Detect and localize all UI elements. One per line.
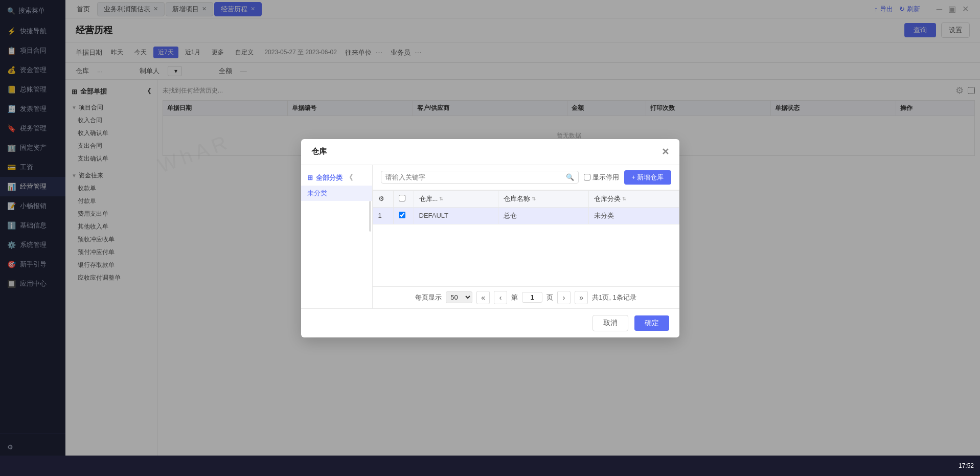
modal-pagination: 每页显示 50 100 « ‹ 第 页 › » 共1页, 1条记录 <box>373 286 679 308</box>
confirm-button[interactable]: 确定 <box>634 315 669 331</box>
sidebar-scrollbar <box>369 201 371 232</box>
modal-table-area: ⚙ 仓库... ⇅ <box>373 190 679 286</box>
row-checkbox[interactable] <box>393 207 414 224</box>
prev-page-btn2[interactable]: ‹ <box>494 291 507 304</box>
modal-sidebar-uncategorized[interactable]: 未分类 <box>301 186 372 201</box>
table-row[interactable]: 1 DEFAULT 总仓 未分类 <box>373 207 679 224</box>
modal-sidebar-collapse-btn[interactable]: 《 <box>346 173 353 183</box>
row-code: DEFAULT <box>414 207 498 224</box>
last-page-btn[interactable]: » <box>575 291 588 304</box>
modal-sidebar-header[interactable]: ⊞ 全部分类 《 <box>301 170 372 186</box>
col-settings-icon[interactable]: ⚙ <box>378 195 384 202</box>
row-num: 1 <box>373 207 393 224</box>
first-page-btn[interactable]: « <box>476 291 490 304</box>
row-name: 总仓 <box>498 207 588 224</box>
show-disabled-label[interactable]: 显示停用 <box>584 173 619 182</box>
modal-header: 仓库 ✕ <box>301 139 679 165</box>
uncategorized-label: 未分类 <box>307 189 327 197</box>
page-prefix: 第 <box>511 293 518 302</box>
next-page-btn2[interactable]: › <box>557 291 571 304</box>
th-warehouse-category: 仓库分类 ⇅ <box>588 190 679 207</box>
sort-icon-code[interactable]: ⇅ <box>439 196 443 201</box>
warehouse-modal: 仓库 ✕ ⊞ 全部分类 《 未分类 <box>301 139 679 337</box>
th-warehouse-code: 仓库... ⇅ <box>414 190 498 207</box>
show-disabled-checkbox[interactable] <box>584 174 590 180</box>
th-warehouse-name: 仓库名称 ⇅ <box>498 190 588 207</box>
modal-sidebar: ⊞ 全部分类 《 未分类 <box>301 165 373 308</box>
grid-icon2: ⊞ <box>307 174 313 182</box>
show-disabled-text: 显示停用 <box>592 173 619 182</box>
modal-table: ⚙ 仓库... ⇅ <box>373 190 679 224</box>
modal-per-page-select[interactable]: 50 100 <box>446 291 472 303</box>
modal-action-footer: 取消 确定 <box>301 308 679 337</box>
modal-close-btn[interactable]: ✕ <box>662 146 669 157</box>
page-number-input[interactable] <box>522 292 542 303</box>
modal-table-header: ⚙ 仓库... ⇅ <box>373 190 679 207</box>
modal-search-input[interactable] <box>385 173 563 181</box>
per-page-label2: 每页显示 <box>415 293 442 302</box>
modal-table-body: 1 DEFAULT 总仓 未分类 <box>373 207 679 224</box>
modal-total-info: 共1页, 1条记录 <box>592 293 636 302</box>
taskbar-time: 17:52 <box>959 462 974 469</box>
th-checkbox <box>393 190 414 207</box>
sort-icon-name[interactable]: ⇅ <box>532 196 536 201</box>
sort-icon-category[interactable]: ⇅ <box>622 196 626 201</box>
page-suffix: 页 <box>546 293 553 302</box>
all-category-label: 全部分类 <box>316 173 343 183</box>
col-code-label: 仓库... <box>419 194 438 203</box>
col-category-label: 仓库分类 <box>594 194 621 203</box>
taskbar: 17:52 <box>0 456 980 476</box>
modal-main: 🔍 显示停用 + 新增仓库 ⚙ <box>373 165 679 308</box>
modal-toolbar: 🔍 显示停用 + 新增仓库 <box>373 165 679 190</box>
cancel-button[interactable]: 取消 <box>592 315 628 331</box>
modal-search-icon[interactable]: 🔍 <box>566 173 574 181</box>
modal-search-wrapper: 🔍 <box>381 171 579 184</box>
row-category: 未分类 <box>588 207 679 224</box>
modal-title: 仓库 <box>311 147 327 156</box>
modal-select-all[interactable] <box>399 195 405 201</box>
add-warehouse-btn[interactable]: + 新增仓库 <box>624 170 671 185</box>
modal-overlay[interactable]: 仓库 ✕ ⊞ 全部分类 《 未分类 <box>0 0 980 476</box>
col-name-label: 仓库名称 <box>504 194 530 203</box>
th-settings: ⚙ <box>373 190 393 207</box>
modal-body: ⊞ 全部分类 《 未分类 🔍 <box>301 165 679 308</box>
